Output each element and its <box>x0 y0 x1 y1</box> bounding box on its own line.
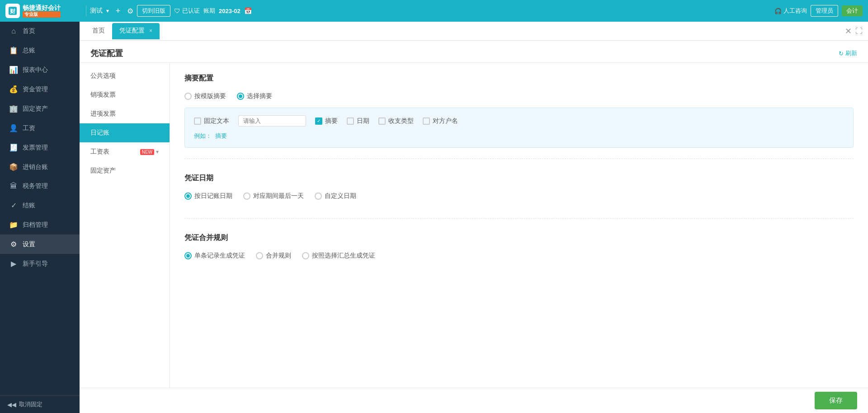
merge-section: 凭证合并规则 单条记录生成凭证 合并规则 <box>184 233 854 278</box>
custom-date-radio[interactable] <box>315 192 322 200</box>
funds-icon: 💰 <box>9 85 18 94</box>
page-header: 凭证配置 ↻ 刷新 <box>80 41 868 63</box>
nav-purchase[interactable]: 进项发票 <box>80 104 170 123</box>
inner-layout: 公共选项 销项发票 进项发票 日记账 工资表 <box>80 63 868 388</box>
home-icon: ⌂ <box>9 27 18 35</box>
settings-icon[interactable]: ⚙ <box>127 7 133 15</box>
date-checkbox[interactable]: 日期 <box>347 117 369 125</box>
single-radio[interactable] <box>184 252 192 259</box>
sidebar-item-home[interactable]: ⌂ 首页 <box>0 22 80 41</box>
merge-rule-radio[interactable] <box>256 252 263 259</box>
assets-icon: 🏢 <box>9 104 18 113</box>
nav-payroll-row: 工资表 NEW ▾ <box>90 148 159 156</box>
nav-assets[interactable]: 固定资产 <box>80 161 170 180</box>
guide-icon: ▶ <box>9 259 18 268</box>
period-last-option[interactable]: 对应期间最后一天 <box>243 192 304 200</box>
tabbar-actions: ✕ ⛶ <box>845 26 863 36</box>
summary-options-box: 固定文本 ✓ 摘要 日期 <box>184 108 854 148</box>
fixed-text-checkbox[interactable]: 固定文本 <box>194 117 229 125</box>
divider <box>86 5 86 16</box>
sidebar-item-funds[interactable]: 💰 资金管理 <box>0 80 80 99</box>
summary-select-option[interactable]: 选择摘要 <box>237 92 272 100</box>
purchases-icon: 📦 <box>9 163 18 171</box>
summary-checkbox[interactable]: ✓ 摘要 <box>315 117 338 125</box>
summary-title: 摘要配置 <box>184 74 854 83</box>
right-content: 摘要配置 按模版摘要 选择摘要 <box>170 63 868 388</box>
sidebar-item-settings[interactable]: ⚙ 设置 <box>0 235 80 254</box>
cashtype-check[interactable] <box>378 117 386 125</box>
refresh-btn[interactable]: ↻ 刷新 <box>839 49 857 57</box>
date-check[interactable] <box>347 117 354 125</box>
nav-payroll[interactable]: 工资表 NEW ▾ <box>80 142 170 161</box>
custom-date-option[interactable]: 自定义日期 <box>315 192 356 200</box>
archive-icon: 📁 <box>9 221 18 229</box>
page-title: 凭证配置 <box>90 48 123 59</box>
refresh-icon: ↻ <box>839 50 844 57</box>
nav-public[interactable]: 公共选项 <box>80 66 170 85</box>
single-option[interactable]: 单条记录生成凭证 <box>184 252 245 260</box>
switch-old-btn[interactable]: 切到旧版 <box>137 5 170 17</box>
period-last-radio[interactable] <box>243 192 250 200</box>
counterparty-checkbox[interactable]: 对方户名 <box>423 117 458 125</box>
nav-sales[interactable]: 销项发票 <box>80 85 170 104</box>
new-badge: NEW <box>140 149 154 155</box>
invoices-icon: 🧾 <box>9 143 18 152</box>
fixed-text-check[interactable] <box>194 117 201 125</box>
topbar: 财 畅捷通好会计 专业版 测试 ▾ + ⚙ 切到旧版 🛡 已认证 账期 2023… <box>0 0 868 22</box>
logo-text: 畅捷通好会计 专业版 <box>23 4 61 18</box>
summary-check[interactable]: ✓ <box>315 117 322 125</box>
sidebar-item-closing[interactable]: ✓ 结账 <box>0 196 80 215</box>
summary-section: 摘要配置 按模版摘要 选择摘要 <box>184 74 854 159</box>
journal-date-option[interactable]: 按日记账日期 <box>184 192 232 200</box>
closing-icon: ✓ <box>9 201 18 210</box>
main-layout: ⌂ 首页 📋 总账 📊 报表中心 💰 资金管理 🏢 固定资产 👤 工资 <box>0 22 868 413</box>
date-section: 凭证日期 按日记账日期 对应期间最后一天 <box>184 174 854 219</box>
sidebar: ⌂ 首页 📋 总账 📊 报表中心 💰 资金管理 🏢 固定资产 👤 工资 <box>0 22 80 413</box>
sidebar-item-guide[interactable]: ▶ 新手引导 <box>0 254 80 273</box>
sidebar-item-tax[interactable]: 🏛 税务管理 <box>0 177 80 196</box>
select-all-radio[interactable] <box>302 252 309 259</box>
counterparty-check[interactable] <box>423 117 430 125</box>
sidebar-item-assets[interactable]: 🏢 固定资产 <box>0 99 80 118</box>
svg-text:财: 财 <box>9 8 16 14</box>
nav-journal[interactable]: 日记账 <box>80 123 170 142</box>
save-button[interactable]: 保存 <box>815 392 857 409</box>
chevron-down-icon: ▾ <box>156 149 159 155</box>
select-all-option[interactable]: 按照选择汇总生成凭证 <box>302 252 375 260</box>
summary-select-radio[interactable] <box>237 93 244 100</box>
tabbar: 首页 凭证配置 × ✕ ⛶ <box>80 22 868 41</box>
sidebar-item-payroll[interactable]: 👤 工资 <box>0 118 80 138</box>
company-dropdown[interactable]: ▾ <box>106 8 109 14</box>
window-close-btn[interactable]: ✕ <box>845 26 852 36</box>
calendar-icon[interactable]: 📅 <box>244 7 252 14</box>
tab-voucher-config[interactable]: 凭证配置 × <box>112 23 160 39</box>
fixed-text-input[interactable] <box>238 115 306 127</box>
date-title: 凭证日期 <box>184 174 854 183</box>
pin-icon: ◀◀ <box>7 401 16 408</box>
reports-icon: 📊 <box>9 66 18 74</box>
sidebar-item-archive[interactable]: 📁 归档管理 <box>0 215 80 235</box>
cashtype-checkbox[interactable]: 收支类型 <box>378 117 414 125</box>
summary-template-option[interactable]: 按模版摘要 <box>184 92 226 100</box>
sidebar-scroll: ⌂ 首页 📋 总账 📊 报表中心 💰 资金管理 🏢 固定资产 👤 工资 <box>0 22 80 381</box>
tab-close-icon[interactable]: × <box>149 28 152 34</box>
merge-rule-option[interactable]: 合并规则 <box>256 252 291 260</box>
consult-btn[interactable]: 🎧 人工咨询 <box>774 7 807 15</box>
summary-template-radio[interactable] <box>184 93 192 100</box>
journal-date-radio[interactable] <box>184 192 192 200</box>
tab-home[interactable]: 首页 <box>85 23 112 39</box>
add-button[interactable]: + <box>113 6 123 16</box>
cancel-fixed-btn[interactable]: ◀◀ 取消固定 <box>0 395 80 413</box>
manager-btn[interactable]: 管理员 <box>811 5 838 17</box>
period-label: 账期 <box>203 7 215 15</box>
bottom-bar: 保存 <box>80 388 868 413</box>
sidebar-item-ledger[interactable]: 📋 总账 <box>0 41 80 60</box>
page-content: 凭证配置 ↻ 刷新 公共选项 销项发票 进项发票 <box>80 41 868 388</box>
merge-radio-group: 单条记录生成凭证 合并规则 按照选择汇总生成凭证 <box>184 252 854 260</box>
content-area: 首页 凭证配置 × ✕ ⛶ 凭证配置 ↻ 刷新 <box>80 22 868 413</box>
sidebar-item-reports[interactable]: 📊 报表中心 <box>0 60 80 80</box>
sidebar-item-invoices[interactable]: 🧾 发票管理 <box>0 138 80 157</box>
sidebar-item-purchases[interactable]: 📦 进销台账 <box>0 157 80 177</box>
accountant-btn[interactable]: 会计 <box>842 5 863 16</box>
window-expand-btn[interactable]: ⛶ <box>855 27 863 35</box>
